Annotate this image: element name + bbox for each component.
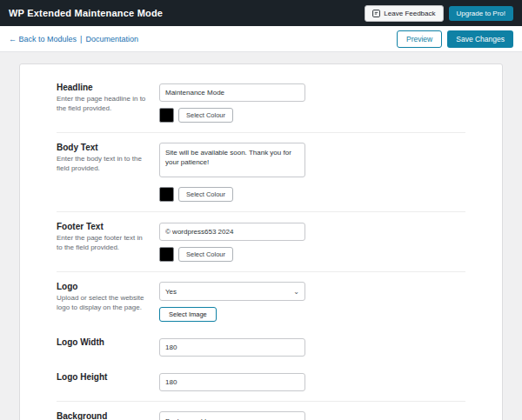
logo-height-input[interactable] xyxy=(159,373,305,391)
settings-card: Headline Enter the page headline in to t… xyxy=(19,63,503,420)
background-select-value: Background Image xyxy=(165,417,224,420)
chevron-down-icon: ⌄ xyxy=(293,417,299,420)
logo-height-label-col: Logo Height xyxy=(57,372,159,391)
logo-select[interactable]: Yes ⌄ xyxy=(159,282,305,301)
logo-label: Logo xyxy=(57,282,149,291)
main-content: Headline Enter the page headline in to t… xyxy=(0,52,522,420)
leave-feedback-label: Leave Feedback xyxy=(384,10,435,17)
toolbar-actions: Preview Save Changes xyxy=(397,30,513,48)
documentation-link[interactable]: Documentation xyxy=(85,35,138,43)
logo-width-field-col xyxy=(159,337,305,357)
logo-description: Upload or select the website logo to dis… xyxy=(57,294,149,313)
field-row-headline: Headline Enter the page headline in to t… xyxy=(57,75,465,130)
body-field-col: Site will be available soon. Thank you f… xyxy=(159,143,305,202)
field-row-logo: Logo Upload or select the website logo t… xyxy=(57,274,465,330)
body-select-colour-button[interactable]: Select Colour xyxy=(178,187,233,202)
logo-height-field-col xyxy=(159,372,305,391)
preview-button[interactable]: Preview xyxy=(397,30,442,48)
chevron-down-icon: ⌄ xyxy=(293,288,299,296)
background-select[interactable]: Background Image ⌄ xyxy=(159,411,305,420)
field-row-background: Background Choose either a background im… xyxy=(57,403,465,420)
logo-select-image-button[interactable]: Select Image xyxy=(159,307,217,322)
field-row-logo-width: Logo Width xyxy=(57,330,465,364)
field-row-logo-height: Logo Height xyxy=(57,364,465,399)
logo-width-label-col: Logo Width xyxy=(57,337,159,357)
headline-select-colour-button[interactable]: Select Colour xyxy=(178,108,233,123)
headline-input[interactable] xyxy=(159,83,305,102)
logo-width-label: Logo Width xyxy=(57,337,149,347)
logo-width-input[interactable] xyxy=(159,338,305,357)
body-label-col: Body Text Enter the body text in to the … xyxy=(57,143,159,202)
headline-color-control: Select Colour xyxy=(159,108,305,123)
footer-label-col: Footer Text Enter the page footer text i… xyxy=(57,222,159,262)
footer-color-swatch[interactable] xyxy=(159,247,174,262)
background-label: Background xyxy=(57,411,149,420)
footer-field-col: Select Colour xyxy=(159,222,305,262)
body-color-control: Select Colour xyxy=(159,187,305,202)
body-text-textarea[interactable]: Site will be available soon. Thank you f… xyxy=(159,143,305,177)
link-separator: | xyxy=(80,35,82,43)
body-color-swatch[interactable] xyxy=(159,187,174,202)
save-changes-button[interactable]: Save Changes xyxy=(447,30,513,48)
sub-toolbar: ← Back to Modules | Documentation Previe… xyxy=(0,26,522,52)
background-label-col: Background Choose either a background im… xyxy=(57,411,159,420)
upgrade-to-pro-button[interactable]: Upgrade to Pro! xyxy=(449,6,513,21)
body-text-label: Body Text xyxy=(57,143,149,152)
footer-text-description: Enter the page footer text in to the fie… xyxy=(57,234,149,253)
body-text-description: Enter the body text in to the field prov… xyxy=(57,155,149,174)
divider xyxy=(57,132,465,133)
divider xyxy=(57,271,465,272)
headline-color-swatch[interactable] xyxy=(159,108,174,123)
logo-select-value: Yes xyxy=(165,288,177,296)
footer-select-colour-button[interactable]: Select Colour xyxy=(178,247,233,262)
headline-description: Enter the page headline in to the field … xyxy=(57,95,149,114)
headline-field-col: Select Colour xyxy=(159,83,305,123)
headline-label-col: Headline Enter the page headline in to t… xyxy=(57,83,159,123)
field-row-footer-text: Footer Text Enter the page footer text i… xyxy=(57,214,465,270)
divider xyxy=(57,401,465,402)
feedback-icon xyxy=(372,10,380,17)
logo-height-label: Logo Height xyxy=(57,372,149,382)
footer-text-label: Footer Text xyxy=(57,222,149,231)
breadcrumb: ← Back to Modules | Documentation xyxy=(9,35,138,43)
field-row-body-text: Body Text Enter the body text in to the … xyxy=(57,135,465,210)
leave-feedback-button[interactable]: Leave Feedback xyxy=(365,5,443,22)
footer-color-control: Select Colour xyxy=(159,247,305,262)
logo-label-col: Logo Upload or select the website logo t… xyxy=(57,282,159,322)
app-header: WP Extended Maintenance Mode Leave Feedb… xyxy=(0,0,522,26)
header-actions: Leave Feedback Upgrade to Pro! xyxy=(365,5,513,22)
headline-label: Headline xyxy=(57,83,149,92)
divider xyxy=(57,211,465,212)
background-field-col: Background Image ⌄ Select Image xyxy=(159,411,305,420)
page-title: WP Extended Maintenance Mode xyxy=(9,8,163,18)
back-to-modules-link[interactable]: ← Back to Modules xyxy=(9,35,77,43)
logo-field-col: Yes ⌄ Select Image xyxy=(159,282,305,322)
footer-text-input[interactable] xyxy=(159,223,305,241)
